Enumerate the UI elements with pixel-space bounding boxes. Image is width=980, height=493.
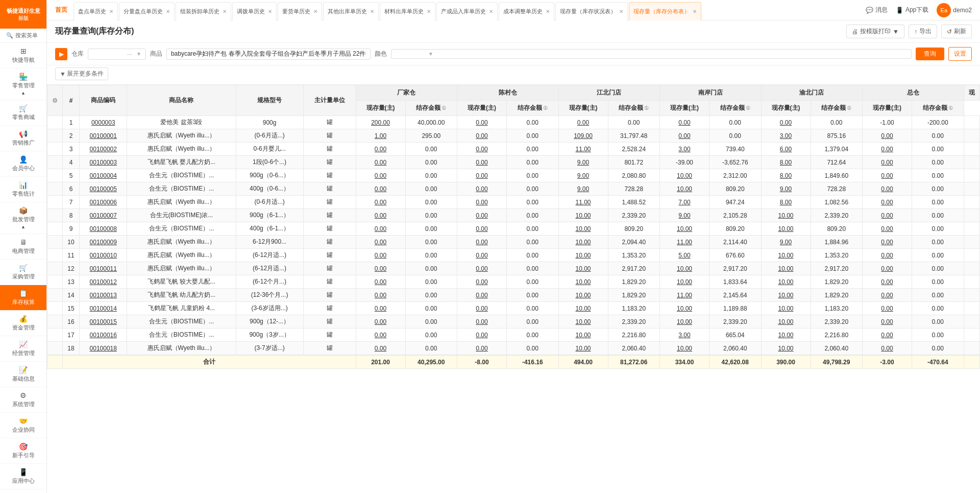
tab-close-icon[interactable]: ✕ — [427, 9, 431, 14]
product-code-cell[interactable]: 00100015 — [80, 315, 127, 328]
tab-close-icon[interactable]: ✕ — [489, 9, 493, 14]
expand-icon: ▲ — [21, 224, 26, 229]
sidebar-item-retail-mall[interactable]: 🛒零售商城 — [0, 100, 46, 126]
tab-requisition-history[interactable]: 要货单历史✕ — [278, 2, 322, 20]
footer-label: 合计 — [62, 355, 356, 369]
table-row: 15 00100014 飞鹤星飞帆 儿童奶粉 4... (3-6岁适用...) … — [47, 302, 980, 315]
product-code-cell[interactable]: 00100010 — [80, 249, 127, 262]
sidebar-item-enterprise-wechat[interactable]: 💬企业微信 — [0, 489, 46, 493]
product-code-cell[interactable]: 00100011 — [80, 262, 127, 275]
sidebar-item-member-center[interactable]: 👤会员中心 — [0, 151, 46, 177]
product-code-cell[interactable]: 00100018 — [80, 342, 127, 356]
wh4-amt-header: 结存金额① — [709, 101, 761, 116]
wh5-amt-header: 结存金额① — [811, 101, 862, 116]
main-wrapper: 首页 盘点单历史✕分量盘点单历史✕组装拆卸单历史✕调拨单历史✕要货单历史✕其他出… — [47, 0, 980, 493]
product-code-cell[interactable]: 00100009 — [80, 236, 127, 249]
print-button[interactable]: 🖨 按模版打印 ▼ — [846, 25, 904, 38]
col-no-header: # — [62, 85, 79, 116]
tab-inventory-status[interactable]: 现存量（库存状况表）✕ — [555, 2, 628, 20]
tab-close-icon[interactable]: ✕ — [370, 9, 374, 14]
tab-other-outbound-history[interactable]: 其他出库单历史✕ — [323, 2, 379, 20]
color-select[interactable]: ▼ — [391, 49, 912, 59]
tab-finished-goods-history[interactable]: 产成品入库单历史✕ — [436, 2, 498, 20]
sidebar-item-retail-stats[interactable]: 📊零售统计 — [0, 177, 46, 202]
tab-material-outbound-history[interactable]: 材料出库单历史✕ — [380, 2, 435, 20]
product-code-cell[interactable]: 00100001 — [80, 129, 127, 143]
product-code-cell[interactable]: 00100002 — [80, 143, 127, 156]
product-code-cell[interactable]: 00100014 — [80, 302, 127, 315]
sidebar-item-retail-mgmt[interactable]: 🏪零售管理▲ — [0, 68, 46, 100]
avatar: Ea — [937, 3, 951, 17]
product-input[interactable] — [166, 49, 371, 60]
product-code-cell[interactable]: 00100004 — [80, 169, 127, 182]
wh3-group-header: 江北门店 — [558, 85, 660, 101]
search-icon: 🔍 — [6, 32, 13, 39]
refresh-button[interactable]: ↺ 刷新 — [941, 25, 972, 38]
product-code-cell[interactable]: 00100003 — [80, 156, 127, 169]
export-button[interactable]: ↑ 导出 — [909, 25, 937, 38]
filter-toggle-button[interactable]: ▶ — [55, 48, 67, 60]
product-name-cell: 惠氏启赋（Wyeth illu...） — [127, 196, 236, 209]
home-tab[interactable]: 首页 — [49, 0, 74, 20]
product-label: 商品 — [150, 50, 162, 58]
product-code-cell[interactable]: 00100006 — [80, 196, 127, 209]
sidebar-item-inventory-check[interactable]: 📋库存核算 — [0, 285, 46, 311]
tab-category-stock-history[interactable]: 分量盘点单历史✕ — [119, 2, 175, 20]
table-container: ⚙ # 商品编码 商品名称 规格型号 主计量单位 厂家仓 陈村仓 江北门店 南岸… — [47, 85, 980, 493]
tab-stock-single-history[interactable]: 盘点单历史✕ — [74, 2, 118, 20]
tab-close-icon[interactable]: ✕ — [109, 9, 113, 14]
tab-close-icon[interactable]: ✕ — [619, 9, 623, 14]
sidebar-item-wholesale-mgmt[interactable]: 📦批发管理▲ — [0, 202, 46, 234]
product-name-cell: 爱他美 盆茶3段 — [127, 116, 236, 129]
product-code-cell[interactable]: 00100012 — [80, 275, 127, 289]
tab-close-icon[interactable]: ✕ — [546, 9, 550, 14]
nav-icon: 📱 — [19, 468, 28, 476]
sidebar-item-purchase-mgmt[interactable]: 🛒采购管理 — [0, 260, 46, 285]
nav-icon: 👤 — [19, 155, 28, 163]
print-icon: 🖨 — [852, 28, 858, 35]
nav-icon: 🏪 — [19, 73, 28, 81]
sidebar-item-ecommerce-mgmt[interactable]: 🖥电商管理 — [0, 234, 46, 260]
sidebar-item-system-mgmt[interactable]: ⚙系统管理 — [0, 387, 46, 413]
sidebar-item-enterprise-collab[interactable]: 🤝企业协同 — [0, 413, 46, 438]
table-footer: 合计 201.00 40,295.00 -8.00 -416.16 494.00… — [47, 355, 980, 369]
footer-row: 合计 201.00 40,295.00 -8.00 -416.16 494.00… — [47, 355, 980, 369]
tab-transfer-history[interactable]: 调拨单历史✕ — [232, 2, 277, 20]
sidebar-search[interactable]: 🔍 搜索英单 — [0, 29, 46, 43]
tab-close-icon[interactable]: ✕ — [313, 9, 317, 14]
tab-close-icon[interactable]: ✕ — [223, 9, 227, 14]
setting-button[interactable]: 设置 — [948, 47, 972, 61]
tab-assembly-disassembly-history[interactable]: 组装拆卸单历史✕ — [176, 2, 231, 20]
sidebar-item-finance-mgmt[interactable]: 💰资金管理 — [0, 311, 46, 336]
sidebar-item-quick-nav[interactable]: ⊞快捷导航 — [0, 43, 46, 68]
tab-close-icon[interactable]: ✕ — [166, 9, 170, 14]
nav-icon: ⊞ — [20, 47, 27, 55]
product-code-cell[interactable]: 00100008 — [80, 222, 127, 236]
product-code-cell[interactable]: 00100007 — [80, 209, 127, 222]
sidebar-item-marketing[interactable]: 📢营销推广 — [0, 126, 46, 151]
product-code-cell[interactable]: 00100005 — [80, 182, 127, 196]
product-code-cell[interactable]: 00100016 — [80, 328, 127, 342]
sidebar-item-new-guide[interactable]: 🎯新手引导 — [0, 438, 46, 464]
sidebar-item-basic-info[interactable]: 📝基础信息 — [0, 362, 46, 387]
product-code-cell[interactable]: 00100013 — [80, 289, 127, 302]
tab-close-icon[interactable]: ✕ — [693, 9, 697, 14]
app-download-button[interactable]: 📱 App下载 — [896, 6, 928, 14]
user-profile[interactable]: Ea demo2 — [937, 3, 972, 17]
message-button[interactable]: 💬 消息 — [866, 6, 888, 14]
tab-inventory-distribution[interactable]: 现存量（库存分布表）✕ — [629, 2, 701, 20]
warehouse-select[interactable]: ··· ▼ — [88, 49, 146, 60]
expand-conditions-button[interactable]: ▼ 展开更多条件 — [55, 67, 108, 80]
nav-icon: 📋 — [19, 289, 28, 297]
tab-close-icon[interactable]: ✕ — [268, 9, 272, 14]
query-button[interactable]: 查询 — [916, 48, 944, 60]
message-icon: 💬 — [866, 7, 873, 14]
sidebar-item-operations-mgmt[interactable]: 📈经营管理 — [0, 336, 46, 362]
product-name-cell: 合生元（BIOSTIME）... — [127, 182, 236, 196]
product-code-cell[interactable]: 0000003 — [80, 116, 127, 129]
tab-cost-adjustment-history[interactable]: 成本调整单历史✕ — [499, 2, 554, 20]
user-bar: 💬 消息 📱 App下载 Ea demo2 — [857, 0, 980, 20]
col-settings-header[interactable]: ⚙ — [47, 85, 63, 116]
sidebar-item-app-center[interactable]: 📱应用中心 — [0, 464, 46, 489]
product-name-cell: 惠氏启赋（Wyeth illu...） — [127, 129, 236, 143]
